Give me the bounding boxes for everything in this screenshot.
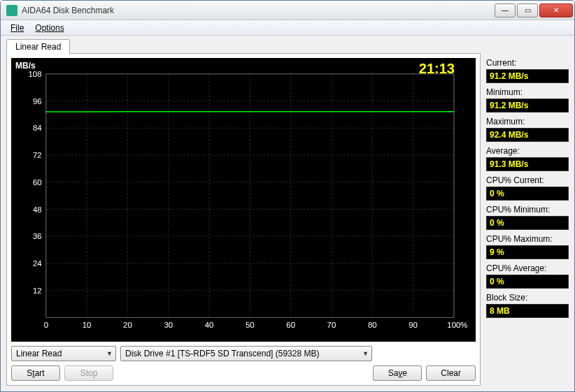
stat-blocksize-label: Block Size:	[486, 293, 569, 303]
save-button[interactable]: Save	[373, 365, 422, 381]
menubar: File Options	[1, 20, 574, 36]
svg-text:80: 80	[368, 321, 377, 329]
svg-text:70: 70	[327, 321, 336, 329]
svg-text:60: 60	[33, 178, 42, 187]
svg-text:10: 10	[83, 321, 92, 329]
svg-text:20: 20	[123, 321, 132, 329]
left-column: Linear Read 0102030405060708090100122436…	[6, 38, 481, 386]
stat-minimum-label: Minimum:	[486, 87, 569, 97]
chart-elapsed-time: 21:13	[419, 61, 455, 77]
svg-text:72: 72	[33, 151, 42, 159]
chart-y-axis-label: MB/s	[15, 61, 36, 71]
stat-current-value: 91.2 MB/s	[486, 69, 569, 83]
chevron-down-icon: ▼	[106, 350, 113, 357]
stat-cpu-maximum-value: 9 %	[486, 245, 569, 259]
svg-text:48: 48	[33, 205, 42, 214]
stat-average-label: Average:	[486, 146, 569, 156]
clear-button[interactable]: Clear	[426, 365, 476, 381]
disk-select[interactable]: Disk Drive #1 [TS-RDF5 SD Transcend] (59…	[120, 346, 372, 361]
chevron-down-icon: ▼	[362, 350, 369, 357]
window-title: AIDA64 Disk Benchmark	[22, 6, 495, 15]
svg-text:0: 0	[44, 321, 48, 329]
tab-panel: 0102030405060708090100122436486072849610…	[6, 53, 481, 386]
app-window: AIDA64 Disk Benchmark — ▭ ✕ File Options…	[0, 0, 575, 392]
stat-cpu-minimum-value: 0 %	[486, 216, 569, 230]
client-area: Linear Read 0102030405060708090100122436…	[1, 36, 574, 391]
disk-select-value: Disk Drive #1 [TS-RDF5 SD Transcend] (59…	[125, 349, 319, 358]
stat-minimum-value: 91.2 MB/s	[486, 99, 569, 112]
stat-cpu-average-value: 0 %	[486, 275, 569, 289]
stat-blocksize-value: 8 MB	[486, 304, 569, 318]
svg-text:24: 24	[33, 259, 42, 268]
stat-maximum-label: Maximum:	[486, 117, 569, 126]
svg-text:96: 96	[33, 97, 42, 106]
titlebar[interactable]: AIDA64 Disk Benchmark — ▭ ✕	[1, 1, 574, 20]
close-button[interactable]: ✕	[539, 3, 573, 17]
test-type-select[interactable]: Linear Read ▼	[11, 346, 116, 361]
svg-text:50: 50	[246, 321, 255, 329]
stats-column: Current: 91.2 MB/s Minimum: 91.2 MB/s Ma…	[486, 38, 569, 386]
stat-cpu-maximum-label: CPU% Maximum:	[486, 234, 569, 244]
svg-text:30: 30	[164, 321, 173, 329]
chart-canvas: 0102030405060708090100122436486072849610…	[11, 58, 476, 333]
minimize-button[interactable]: —	[495, 3, 516, 17]
svg-text:12: 12	[33, 286, 42, 295]
controls-row: Linear Read ▼ Disk Drive #1 [TS-RDF5 SD …	[11, 346, 476, 361]
stat-average-value: 91.3 MB/s	[486, 157, 569, 171]
stat-cpu-current-label: CPU% Current:	[486, 175, 569, 185]
tab-linear-read[interactable]: Linear Read	[6, 39, 70, 54]
chart: 0102030405060708090100122436486072849610…	[11, 58, 476, 342]
stop-button: Stop	[64, 365, 113, 381]
svg-text:100: 100	[447, 321, 460, 329]
svg-text:36: 36	[33, 232, 42, 240]
stat-current-label: Current:	[486, 58, 569, 68]
tabstrip: Linear Read	[6, 38, 481, 53]
svg-text:60: 60	[286, 321, 295, 329]
maximize-button[interactable]: ▭	[517, 3, 538, 17]
svg-text:%: %	[460, 321, 467, 329]
menu-options[interactable]: Options	[29, 22, 69, 34]
svg-text:40: 40	[205, 321, 214, 329]
stat-cpu-average-label: CPU% Average:	[486, 263, 569, 273]
stat-maximum-value: 92.4 MB/s	[486, 128, 569, 142]
menu-file[interactable]: File	[5, 22, 29, 34]
svg-text:90: 90	[409, 321, 418, 329]
svg-text:108: 108	[29, 70, 42, 78]
start-button[interactable]: Start	[11, 365, 60, 381]
stat-cpu-current-value: 0 %	[486, 187, 569, 201]
app-icon	[6, 5, 17, 16]
stat-cpu-minimum-label: CPU% Minimum:	[486, 205, 569, 215]
buttons-row: Start Stop Save Clear	[11, 365, 476, 381]
test-type-value: Linear Read	[16, 349, 62, 358]
svg-text:84: 84	[33, 124, 42, 132]
